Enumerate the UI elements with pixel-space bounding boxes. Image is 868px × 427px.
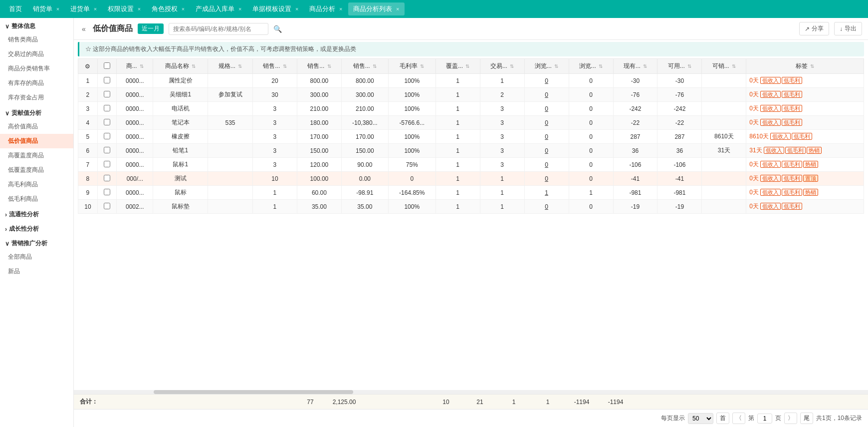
row-view1[interactable]: 0 <box>524 88 569 102</box>
prev-page-button[interactable]: 〈 <box>732 413 745 424</box>
row-checkbox[interactable] <box>97 102 116 116</box>
sidebar-item-low-coverage[interactable]: 低覆盖度商品 <box>0 163 73 177</box>
sidebar-item-inventory-funds[interactable]: 库存资金占用 <box>0 90 73 105</box>
close-icon[interactable]: × <box>396 6 399 12</box>
row-select-checkbox[interactable] <box>104 91 110 97</box>
nav-home[interactable]: 首页 <box>4 2 27 15</box>
nav-goods-analysis-list[interactable]: 商品分析列表 × <box>348 2 404 15</box>
last-page-button[interactable]: 尾 <box>800 413 813 424</box>
view1-link[interactable]: 0 <box>545 161 548 168</box>
row-select-checkbox[interactable] <box>104 119 110 125</box>
row-checkbox[interactable] <box>97 172 116 186</box>
row-view1[interactable]: 0 <box>524 130 569 144</box>
checkbox-col-header[interactable] <box>97 59 116 74</box>
row-checkbox[interactable] <box>97 200 116 214</box>
sidebar-item-high-margin[interactable]: 高毛利商品 <box>0 177 73 192</box>
page-input[interactable] <box>757 414 772 424</box>
row-checkbox[interactable] <box>97 130 116 144</box>
row-view1[interactable]: 0 <box>524 172 569 186</box>
collapse-button[interactable]: « <box>80 24 88 34</box>
close-icon[interactable]: × <box>238 6 241 12</box>
nav-sales-order[interactable]: 销货单 × <box>28 2 64 15</box>
filter-tag-button[interactable]: 近一月 <box>138 23 164 34</box>
share-button[interactable]: ↗ 分享 <box>799 22 829 35</box>
row-trade: 3 <box>480 144 524 158</box>
view1-link[interactable]: 1 <box>545 189 548 196</box>
export-button[interactable]: ↓ 导出 <box>834 22 862 35</box>
row-select-checkbox[interactable] <box>104 133 110 139</box>
next-page-button[interactable]: 〉 <box>784 413 797 424</box>
close-icon[interactable]: × <box>94 6 97 12</box>
search-input[interactable] <box>169 23 268 35</box>
search-button[interactable]: 🔍 <box>273 25 282 33</box>
nav-template[interactable]: 单据模板设置 × <box>247 2 303 15</box>
tag-badge: 低毛利 <box>782 91 802 98</box>
row-select-checkbox[interactable] <box>104 189 110 195</box>
row-view1[interactable]: 1 <box>524 186 569 200</box>
view1-link[interactable]: 0 <box>545 175 548 182</box>
sidebar-item-sales-goods[interactable]: 销售类商品 <box>0 32 73 47</box>
view1-link[interactable]: 0 <box>545 77 548 84</box>
sidebar-item-stocked-goods[interactable]: 有库存的商品 <box>0 76 73 90</box>
row-select-checkbox[interactable] <box>104 147 110 153</box>
close-icon[interactable]: × <box>339 6 342 12</box>
sidebar-group-circulation[interactable]: › 流通性分析 <box>0 206 73 221</box>
days-badge: 0天 <box>749 91 759 98</box>
sidebar-item-traded-goods[interactable]: 交易过的商品 <box>0 47 73 61</box>
row-select-checkbox[interactable] <box>104 203 110 209</box>
sidebar-item-low-value[interactable]: 低价值商品 <box>0 134 73 148</box>
row-checkbox[interactable] <box>97 158 116 172</box>
sidebar-item-category-sales-rate[interactable]: 商品分类销售率 <box>0 61 73 76</box>
sidebar-group-growth[interactable]: › 成长性分析 <box>0 221 73 235</box>
row-view1[interactable]: 0 <box>524 74 569 88</box>
nav-product-entry[interactable]: 产成品入库单 × <box>191 2 246 15</box>
row-select-checkbox[interactable] <box>104 175 110 181</box>
row-checkbox[interactable] <box>97 88 116 102</box>
row-gross-margin: 75% <box>388 158 435 172</box>
row-view1[interactable]: 0 <box>524 200 569 214</box>
sidebar-item-high-coverage[interactable]: 高覆盖度商品 <box>0 148 73 163</box>
view1-link[interactable]: 0 <box>545 119 548 126</box>
sidebar-item-high-value[interactable]: 高价值商品 <box>0 119 73 134</box>
sidebar-item-new-goods[interactable]: 新品 <box>0 264 73 279</box>
view1-link[interactable]: 0 <box>545 91 548 98</box>
row-select-checkbox[interactable] <box>104 161 110 167</box>
table-scroll-bar[interactable] <box>74 390 868 394</box>
nav-purchase-order[interactable]: 进货单 × <box>65 2 102 15</box>
first-page-button[interactable]: 首 <box>716 413 729 424</box>
nav-goods-analysis[interactable]: 商品分析 × <box>304 2 347 15</box>
view1-link[interactable]: 0 <box>545 203 548 210</box>
row-select-checkbox[interactable] <box>104 77 110 83</box>
sidebar-group-overall[interactable]: ∨ 整体信息 <box>0 18 73 32</box>
view1-link[interactable]: 0 <box>545 105 548 112</box>
row-view1[interactable]: 0 <box>524 158 569 172</box>
close-icon[interactable]: × <box>295 6 298 12</box>
trade-col-header: 交易... ⇅ <box>480 59 524 74</box>
nav-permission[interactable]: 权限设置 × <box>103 2 146 15</box>
row-view1[interactable]: 0 <box>524 116 569 130</box>
row-checkbox[interactable] <box>97 186 116 200</box>
close-icon[interactable]: × <box>182 6 185 12</box>
row-view1[interactable]: 0 <box>524 102 569 116</box>
per-page-select[interactable]: 50 20 100 <box>688 413 713 424</box>
sidebar-group-marketing[interactable]: ∨ 营销推广分析 <box>0 235 73 250</box>
row-select-checkbox[interactable] <box>104 105 110 111</box>
view1-link[interactable]: 0 <box>545 147 548 154</box>
select-all-checkbox[interactable] <box>104 62 110 69</box>
sidebar-item-all-goods[interactable]: 全部商品 <box>0 250 73 264</box>
settings-col-header[interactable]: ⚙ <box>78 59 98 74</box>
view1-link[interactable]: 0 <box>545 133 548 140</box>
row-code: 0000... <box>117 130 153 144</box>
row-view1[interactable]: 0 <box>524 144 569 158</box>
row-spec: 535 <box>208 116 253 130</box>
row-checkbox[interactable] <box>97 144 116 158</box>
close-icon[interactable]: × <box>138 6 141 12</box>
tag-badge: 低收入 <box>764 147 784 154</box>
nav-role-auth[interactable]: 角色授权 × <box>147 2 190 15</box>
close-icon[interactable]: × <box>56 6 59 12</box>
row-checkbox[interactable] <box>97 74 116 88</box>
row-checkbox[interactable] <box>97 116 116 130</box>
sidebar-item-low-margin[interactable]: 低毛利商品 <box>0 192 73 206</box>
sidebar-group-contribution[interactable]: ∨ 贡献值分析 <box>0 105 73 119</box>
tag-badge: 低毛利 <box>792 133 812 140</box>
